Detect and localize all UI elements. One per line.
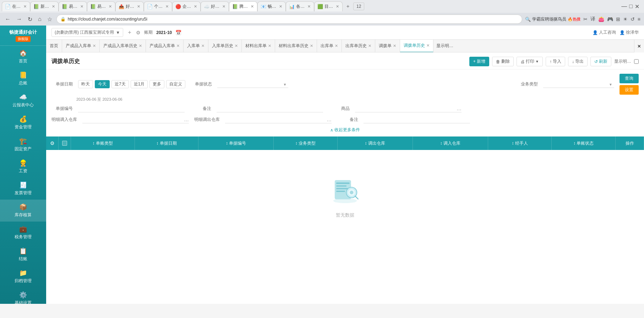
note2-input[interactable] [364,116,470,123]
tab-product-in-history[interactable]: 产成品入库单历史 ✕ [100,40,146,52]
settings-btn[interactable]: 设置 [620,85,639,95]
goods-ellipsis-btn[interactable]: … [457,106,462,111]
tab-close-transfer-history[interactable]: ✕ [426,43,430,48]
browser-tab-7[interactable]: 🔴 企… ✕ [172,1,201,11]
back-btn[interactable]: ← [4,15,12,23]
add-company-btn[interactable]: ＋ [127,29,132,36]
th-settings[interactable]: ⚙ [46,136,59,150]
extension1-icon[interactable]: 👛 [598,16,604,22]
tab-product-in2[interactable]: 产成品入库单 ✕ [146,40,184,52]
th-num[interactable]: ↕ 单据编号 [198,136,274,150]
browser-tab-9[interactable]: 📧 畅… ✕ [257,1,286,11]
grid-icon[interactable]: ⊞ [616,16,620,22]
browser-tab-5[interactable]: 📤 好… ✕ [115,1,144,11]
tab-inbound-history[interactable]: 入库单历史 ✕ [208,40,242,52]
translate-icon[interactable]: 译 [590,16,595,22]
user-btn[interactable]: 👤 徐泽华 [620,29,639,35]
tab-counter[interactable]: 12 [353,2,364,10]
browser-tab-1[interactable]: 📄 在… ✕ [2,1,30,11]
tab-close-outbound[interactable]: ✕ [335,44,338,48]
close-page-btn[interactable]: ✕ [634,40,644,52]
detail-out-input[interactable] [225,116,327,123]
header-checkbox[interactable] [62,141,67,146]
th-in[interactable]: ↕ 调入仓库 [413,136,488,150]
browser-tab-10[interactable]: 📊 各… ✕ [286,1,314,11]
new-tab-btn[interactable]: ＋ [343,3,353,10]
import-btn[interactable]: ↑ 导入 [546,57,565,66]
maximize-btn[interactable]: □ [629,3,633,10]
query-btn[interactable]: 查询 [620,74,639,83]
th-checkbox[interactable] [59,136,71,150]
browser-tab-2[interactable]: 📗 新… ✕ [30,1,59,11]
scissors-icon[interactable]: ✂ [583,16,588,22]
minimize-btn[interactable]: — [621,3,627,10]
extension2-icon[interactable]: 🎮 [607,16,613,22]
tab-material-out-history[interactable]: 材料出库单历史 ✕ [275,40,317,52]
consultant-btn[interactable]: 👤 人工咨询 [593,29,616,35]
tab-close-product-in-history[interactable]: ✕ [139,44,142,48]
sidebar-item-fund[interactable]: 💰 资金管理 [0,112,46,134]
undo-icon[interactable]: ↺ [631,16,635,22]
tab-inbound[interactable]: 入库单 ✕ [184,40,208,52]
tab-transfer[interactable]: 调拨单 ✕ [375,40,400,52]
show-all-btn[interactable]: 显示明… [433,43,456,49]
refresh-btn[interactable]: ↺ 刷新 [590,57,611,66]
detail-out-ellipsis[interactable]: … [327,117,332,122]
sidebar-item-settings[interactable]: ⚙️ 基础设置 [0,288,46,304]
tab-outbound[interactable]: 出库单 ✕ [317,40,342,52]
th-date[interactable]: ↕ 单据日期 [135,136,199,150]
company-selector[interactable]: (勿删勿禁用) 江西服宝测试专用 ▼ [51,28,123,37]
detail-in-input[interactable] [82,116,184,123]
custom-btn[interactable]: 自定义 [166,80,185,88]
collapse-btn[interactable]: ∧ 收起更多条件 [330,127,360,133]
status-select[interactable] [217,80,288,88]
tab-home[interactable]: 首页 [46,40,62,52]
sidebar-item-ledger[interactable]: 📒 总账 [0,68,46,90]
browser-tab-6[interactable]: 📄 个… ✕ [144,1,172,11]
tab-close-transfer[interactable]: ✕ [393,44,396,48]
calendar-icon[interactable]: 📅 [175,30,181,35]
show-all-checkbox[interactable] [634,59,639,64]
last-month-btn[interactable]: 近1月 [131,80,148,88]
tab-close-inbound-history[interactable]: ✕ [235,44,238,48]
tab-close-inbound[interactable]: ✕ [201,44,204,48]
th-handler[interactable]: ↕ 经手人 [488,136,552,150]
bookmark-btn[interactable]: ☆ [46,15,54,23]
sidebar-item-salary[interactable]: 👷 工资 [0,156,46,178]
th-out[interactable]: ↕ 调出仓库 [338,136,413,150]
tab-close-product-in2[interactable]: ✕ [176,44,180,48]
browser-tab-4[interactable]: 📗 易… ✕ [87,1,115,11]
tab-close-material-out[interactable]: ✕ [268,44,271,48]
home-btn[interactable]: ⌂ [37,15,43,23]
close-btn[interactable]: ✕ [635,3,639,10]
address-input[interactable]: 🔒 https://cloud.chanjet.com/accounting/u… [56,15,522,24]
th-biz[interactable]: ↕ 业务类型 [274,136,338,150]
sun-icon[interactable]: ☀ [623,16,628,22]
sidebar-item-home[interactable]: 🏠 首页 [0,46,46,68]
tab-close-material-out-history[interactable]: ✕ [310,44,313,48]
th-status[interactable]: ↕ 单账状态 [552,136,616,150]
tab-transfer-history[interactable]: 调拨单历史 ✕ [400,40,433,52]
yesterday-btn[interactable]: 昨天 [78,80,93,88]
tab-product-in[interactable]: 产成品入库单 ✕ [62,40,100,52]
sidebar-item-invoice[interactable]: 🧾 发票管理 [0,178,46,200]
doc-num-input[interactable] [78,105,185,112]
more-btn[interactable]: 更多 [149,80,164,88]
sidebar-item-archive[interactable]: 📁 归档管理 [0,266,46,288]
tab-close-product-in[interactable]: ✕ [93,44,96,48]
delete-btn[interactable]: 🗑 删除 [492,57,514,66]
tab-outbound-history[interactable]: 出库单历史 ✕ [342,40,375,52]
biz-type-select[interactable] [543,80,614,88]
goods-input[interactable] [355,105,457,112]
sidebar-item-close[interactable]: 📋 结账 [0,244,46,266]
detail-in-ellipsis[interactable]: … [184,117,189,122]
today-btn[interactable]: 今天 [95,80,110,88]
browser-tab-11[interactable]: 🟩 目… ✕ [314,1,343,11]
print-btn[interactable]: 🖨 打印 ▼ [517,57,543,66]
forward-btn[interactable]: → [15,15,23,23]
export-btn[interactable]: ↓ 导出 [568,57,588,66]
last7-btn[interactable]: 近7天 [111,80,129,88]
sidebar-item-inventory[interactable]: 📦 库存核算 [0,200,46,222]
browser-tab-8[interactable]: ☁️ 好… ✕ [201,1,229,11]
sidebar-item-report[interactable]: ☁️ 云报表中心 [0,90,46,112]
